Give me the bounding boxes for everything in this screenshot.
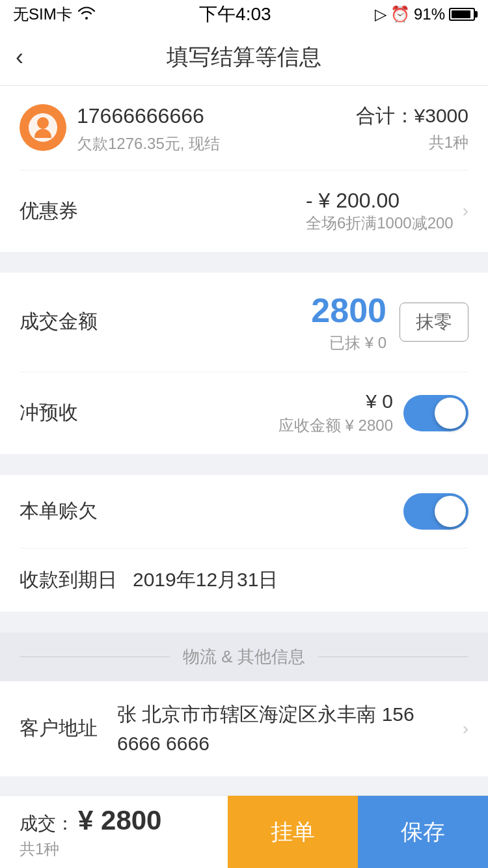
coupon-discount: - ¥ 200.00	[306, 189, 454, 213]
back-button[interactable]: ‹	[16, 44, 23, 71]
user-left: 17666666666 欠款1276.35元, 现结	[20, 102, 220, 154]
transaction-label: 成交金额	[20, 308, 98, 335]
advance-toggle-knob	[435, 398, 466, 429]
logistics-text: 物流 & 其他信息	[170, 645, 318, 668]
status-right: ▷ ⏰ 91%	[375, 5, 475, 23]
transaction-card: 成交金额 2800 已抹 ¥ 0 抹零 冲预收 ¥ 0 应收金额 ¥ 2800	[0, 273, 488, 454]
total-value: ¥3000	[414, 105, 468, 126]
round-button[interactable]: 抹零	[400, 303, 468, 342]
address-row[interactable]: 客户地址 张 北京市市辖区海淀区永丰南 156 6666 6666 ›	[0, 681, 488, 776]
section-gap-3	[0, 622, 488, 632]
due-date-row: 收款到期日 2019年12月31日	[0, 549, 488, 612]
section-gap-1	[0, 262, 488, 273]
battery-icon	[449, 8, 475, 21]
advance-receivable: 应收金额 ¥ 2800	[278, 415, 393, 436]
main-content: 17666666666 欠款1276.35元, 现结 合计：¥3000 共1种 …	[0, 86, 488, 868]
bad-debt-card: 本单赊欠 收款到期日 2019年12月31日	[0, 475, 488, 612]
hang-button[interactable]: 挂单	[228, 796, 358, 868]
advance-amount: ¥ 0	[278, 390, 393, 413]
bad-debt-label: 本单赊欠	[20, 498, 98, 524]
nav-bar: ‹ 填写结算等信息	[0, 29, 488, 86]
due-date-value: 2019年12月31日	[133, 567, 278, 593]
total-amount: 合计：¥3000	[356, 103, 468, 129]
advance-toggle[interactable]	[403, 395, 468, 431]
bottom-deal-label: 成交：	[20, 811, 74, 836]
address-card: 客户地址 张 北京市市辖区海淀区永丰南 156 6666 6666 ›	[0, 681, 488, 776]
logistics-line-left	[20, 657, 170, 657]
status-time: 下午4:03	[199, 2, 271, 27]
bottom-deal: 成交： ¥ 2800	[20, 805, 208, 836]
avatar-icon	[29, 113, 57, 142]
user-row: 17666666666 欠款1276.35元, 现结 合计：¥3000 共1种	[0, 86, 488, 170]
bottom-buttons: 挂单 保存	[228, 796, 488, 868]
total-count: 共1种	[356, 132, 468, 153]
user-info-card: 17666666666 欠款1276.35元, 现结 合计：¥3000 共1种 …	[0, 86, 488, 252]
address-chevron-icon: ›	[463, 718, 468, 739]
bottom-bar: 成交： ¥ 2800 共1种 挂单 保存	[0, 795, 488, 868]
user-debt: 欠款1276.35元, 现结	[77, 133, 220, 154]
transaction-right: 2800 已抹 ¥ 0 抹零	[311, 291, 468, 353]
section-gap-2	[0, 465, 488, 475]
coupon-right: - ¥ 200.00 全场6折满1000减200 ›	[306, 189, 468, 234]
bottom-deal-amount: ¥ 2800	[78, 805, 161, 836]
avatar	[20, 104, 66, 151]
bad-debt-toggle[interactable]	[403, 493, 468, 530]
due-date-label: 收款到期日	[20, 567, 117, 593]
bad-debt-toggle-knob	[435, 496, 466, 527]
user-info: 17666666666 欠款1276.35元, 现结	[77, 102, 220, 154]
address-label: 客户地址	[20, 715, 98, 742]
advance-right: ¥ 0 应收金额 ¥ 2800	[278, 390, 468, 436]
advance-label: 冲预收	[20, 400, 78, 426]
transaction-amount: 2800	[311, 291, 386, 330]
coupon-chevron-icon: ›	[463, 200, 468, 221]
transaction-row: 成交金额 2800 已抹 ¥ 0 抹零	[0, 273, 488, 372]
page-title: 填写结算等信息	[167, 42, 321, 72]
advance-amounts: ¥ 0 应收金额 ¥ 2800	[278, 390, 393, 436]
bottom-summary: 成交： ¥ 2800 共1种	[0, 805, 228, 860]
logistics-line-right	[318, 657, 468, 657]
logistics-divider: 物流 & 其他信息	[0, 632, 488, 681]
bad-debt-row: 本单赊欠	[0, 475, 488, 548]
coupon-label: 优惠券	[20, 198, 78, 224]
carrier-text: 无SIM卡	[13, 4, 72, 25]
user-total: 合计：¥3000 共1种	[356, 103, 468, 153]
status-left: 无SIM卡	[13, 4, 96, 25]
coupon-description: 全场6折满1000减200	[306, 213, 454, 234]
advance-row: 冲预收 ¥ 0 应收金额 ¥ 2800	[0, 372, 488, 454]
battery-percent: 91%	[414, 5, 445, 23]
transaction-erased: 已抹 ¥ 0	[311, 332, 386, 353]
save-button[interactable]: 保存	[358, 796, 488, 868]
address-value: 张 北京市市辖区海淀区永丰南 156 6666 6666	[117, 699, 456, 758]
location-icon: ▷	[375, 5, 386, 23]
alarm-icon: ⏰	[390, 5, 410, 23]
user-phone: 17666666666	[77, 102, 220, 131]
bottom-count: 共1种	[20, 839, 208, 860]
wifi-icon	[77, 5, 96, 23]
total-label: 合计：	[356, 105, 414, 126]
coupon-row[interactable]: 优惠券 - ¥ 200.00 全场6折满1000减200 ›	[0, 170, 488, 252]
transaction-amount-col: 2800 已抹 ¥ 0	[311, 291, 386, 353]
status-bar: 无SIM卡 下午4:03 ▷ ⏰ 91%	[0, 0, 488, 29]
